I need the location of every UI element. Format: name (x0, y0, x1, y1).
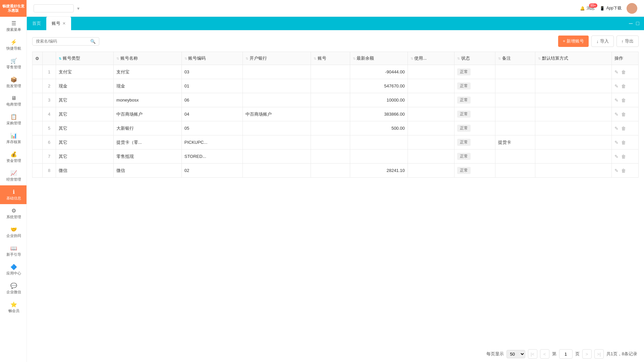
sidebar-item-quick-nav[interactable]: ⚡快捷导航 (0, 36, 26, 54)
add-account-button[interactable]: + 新增账号 (558, 36, 589, 47)
col-usage[interactable]: ⇅ 使用... (408, 52, 454, 65)
per-page-select[interactable]: 50 100 (506, 350, 525, 358)
edit-icon[interactable]: ✎ (614, 168, 619, 173)
row-usage (408, 121, 454, 135)
delete-icon[interactable]: 🗑 (621, 154, 626, 159)
delete-icon[interactable]: 🗑 (621, 69, 626, 75)
sidebar-item-inventory-calc[interactable]: 📊库存核算 (0, 129, 26, 148)
row-balance (350, 149, 408, 164)
total-info: 共1页，8条记录 (606, 351, 637, 357)
col-account-no[interactable]: ⇅ 账号 (311, 52, 350, 65)
enterprise-agreement-icon: 🤝 (10, 226, 17, 233)
sidebar-item-enterprise-agreement[interactable]: 🤝企业协同 (0, 223, 26, 242)
search-box[interactable]: 🔍 (32, 37, 99, 46)
row-default-settlement (535, 135, 612, 149)
topbar: ▾ 🔔 消息 99+ 📱 App下载 (27, 0, 644, 17)
app-label: App下载 (606, 5, 622, 11)
sidebar-item-label: 基础信息 (6, 196, 21, 201)
sidebar-item-retail-mgmt[interactable]: 🛒零售管理 (0, 54, 26, 73)
sidebar-item-ecommerce-mgmt[interactable]: 🖥电商管理 (0, 92, 26, 110)
edit-icon[interactable]: ✎ (614, 69, 619, 75)
col-account-type[interactable]: ⇅ 账号类型 (56, 52, 114, 65)
row-usage (408, 107, 454, 121)
tabbar-maximize-btn[interactable]: □ (635, 19, 641, 28)
page-prev-btn[interactable]: < (540, 349, 549, 359)
edit-icon[interactable]: ✎ (614, 83, 619, 89)
col-account-name[interactable]: ⇅ 账号名称 (114, 52, 182, 65)
delete-icon[interactable]: 🗑 (621, 140, 626, 145)
col-account-code[interactable]: ⇅ 账号编码 (181, 52, 243, 65)
row-account-type: 微信 (56, 164, 114, 178)
row-num: 8 (43, 164, 56, 178)
page-input[interactable] (559, 349, 573, 359)
sidebar-item-label: 采购管理 (6, 121, 21, 126)
sort-icon5: ⇅ (314, 57, 316, 60)
purchase-mgmt-icon: 📋 (10, 114, 17, 120)
tab-account-close[interactable]: ✕ (62, 21, 66, 26)
import-button[interactable]: ↓ 导入 (591, 36, 614, 47)
sidebar-item-purchase-mgmt[interactable]: 📋采购管理 (0, 110, 26, 129)
edit-icon[interactable]: ✎ (614, 140, 619, 145)
sidebar-item-system-mgmt[interactable]: ⚙系统管理 (0, 204, 26, 223)
row-settings-cell (33, 135, 43, 149)
page-last-btn[interactable]: >| (594, 349, 604, 359)
row-default-settlement (535, 121, 612, 135)
row-status: 正常 (454, 121, 495, 135)
edit-icon[interactable]: ✎ (614, 112, 619, 117)
delete-icon[interactable]: 🗑 (621, 83, 626, 89)
user-avatar[interactable] (627, 3, 637, 14)
delete-icon[interactable]: 🗑 (621, 168, 626, 173)
tab-home[interactable]: 首页 (27, 17, 46, 30)
message-button[interactable]: 🔔 消息 99+ (580, 5, 595, 11)
search-input[interactable] (36, 39, 88, 44)
row-settings-cell (33, 107, 43, 121)
col-settings[interactable]: ⚙ (33, 52, 43, 65)
delete-icon[interactable]: 🗑 (621, 112, 626, 117)
sidebar-item-app-center[interactable]: 🔷应用中心 (0, 260, 26, 279)
sidebar-item-wholesale-mgmt[interactable]: 📦批发管理 (0, 73, 26, 92)
row-bank (243, 65, 311, 79)
row-settings-cell (33, 93, 43, 107)
tabbar-minimize-btn[interactable]: ─ (628, 19, 634, 28)
edit-icon[interactable]: ✎ (614, 154, 619, 159)
delete-icon[interactable]: 🗑 (621, 98, 626, 103)
row-account-code: 06 (181, 93, 243, 107)
row-bank (243, 79, 311, 93)
page-first-btn[interactable]: |< (528, 349, 537, 359)
app-download-button[interactable]: 📱 App下载 (600, 5, 622, 11)
edit-icon[interactable]: ✎ (614, 126, 619, 131)
sort-icon3: ⇅ (184, 57, 187, 60)
sidebar-item-enterprise-wechat[interactable]: 💬企业微信 (0, 279, 26, 298)
col-bank[interactable]: ⇅ 开户银行 (243, 52, 311, 65)
edit-icon[interactable]: ✎ (614, 98, 619, 103)
col-remark[interactable]: ⇅ 备注 (495, 52, 535, 65)
export-button[interactable]: ↑ 导出 (616, 36, 639, 47)
sidebar-item-fund-mgmt[interactable]: 💰资金管理 (0, 148, 26, 167)
row-actions: ✎ 🗑 (612, 107, 639, 121)
sidebar-item-vip[interactable]: ⭐畅会员 (0, 298, 26, 317)
page-next-btn[interactable]: > (582, 349, 592, 359)
sidebar-item-search-menu[interactable]: ☰搜索菜单 (0, 17, 26, 36)
row-remark (495, 149, 535, 164)
sort-icon10: ⇅ (538, 57, 541, 60)
row-remark (495, 65, 535, 79)
topbar-search-input[interactable] (34, 4, 74, 12)
col-num (43, 52, 56, 65)
fund-mgmt-icon: 💰 (10, 151, 17, 158)
sidebar-item-label: 新手引导 (6, 252, 21, 257)
col-default-settlement[interactable]: ⇅ 默认结算方式 (535, 52, 612, 65)
sidebar-item-operation-mgmt[interactable]: 📈经营管理 (0, 167, 26, 185)
col-status[interactable]: ⇅ 状态 (454, 52, 495, 65)
row-account-type: 其它 (56, 93, 114, 107)
tab-account[interactable]: 账号 ✕ (46, 17, 71, 30)
row-account-type: 其它 (56, 135, 114, 149)
row-remark (495, 79, 535, 93)
topbar-dropdown-icon[interactable]: ▾ (77, 6, 79, 11)
sidebar-item-basic-info[interactable]: ℹ基础信息 (0, 185, 26, 204)
delete-icon[interactable]: 🗑 (621, 126, 626, 131)
row-default-settlement (535, 107, 612, 121)
row-account-no (311, 164, 350, 178)
sidebar-item-new-guide[interactable]: 📖新手引导 (0, 242, 26, 260)
search-menu-icon: ☰ (11, 20, 16, 26)
col-balance[interactable]: ⇅ 最新余额 (350, 52, 408, 65)
